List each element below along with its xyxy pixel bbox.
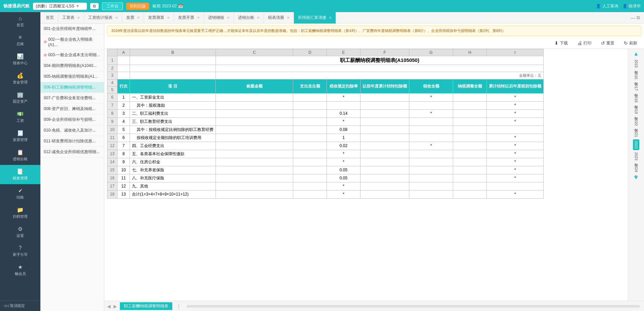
sidebar-item-home[interactable]: ⌂ 首页 — [0, 12, 40, 31]
year-2016[interactable]: 2016年 — [633, 70, 639, 80]
tab-close-purchase-check[interactable]: ✕ — [227, 16, 230, 20]
sidebar-item-salary[interactable]: 💵 工资 — [0, 107, 40, 127]
support-btn[interactable]: 👤 人工客询 — [596, 3, 618, 9]
year-2023[interactable]: 2023年 — [633, 151, 639, 162]
workbench-btn[interactable]: 工作台 — [102, 2, 123, 10]
tab-close-tax-clear[interactable]: ✕ — [287, 16, 290, 20]
tab-close-purchase-ledger[interactable]: ✕ — [257, 16, 260, 20]
sidebar-item-tax[interactable]: 📑 税务管理 — [0, 165, 40, 184]
sidebar-item-asset[interactable]: 💰 资金管理 — [0, 69, 40, 88]
tab-tax-annual[interactable]: 所得税汇算清缴 ✕ — [294, 12, 336, 24]
col-h: H — [453, 49, 487, 56]
sidebar-item-close[interactable]: ✔ 结账 — [0, 184, 40, 203]
table-row-4: 4 行次 项 目 账载金额 支出发生额 税收规定扣除率 以前年度累计结转扣除额 … — [107, 79, 587, 86]
cancel-fixed-btn[interactable]: ◁◁ 取消固定 — [0, 301, 40, 311]
tab-minimize-icon[interactable]: — — [631, 15, 635, 21]
tab-salary[interactable]: 工资表 ✕ — [58, 12, 84, 24]
tab-close-invoice-calc[interactable]: ✕ — [167, 16, 170, 20]
col-g: G — [409, 49, 453, 56]
calendar-icon[interactable]: 📅 — [178, 4, 183, 8]
col-header-5: 税收全额 — [409, 79, 453, 93]
app-logo: 畅捷通易代账 — [3, 3, 30, 9]
list-item-008[interactable]: 008-资产折旧、摊销及纳税... — [40, 104, 104, 114]
tab-close-salary[interactable]: ✕ — [77, 16, 80, 20]
sheet-next-btn[interactable]: ▶ — [113, 304, 117, 309]
year-2022[interactable]: 2022年 — [633, 139, 639, 150]
col-header-4: 以前年度累计结转扣除额 — [361, 79, 409, 93]
list-item-002[interactable]: ⊘ 002-一般企业收入明细表(A1... — [40, 34, 104, 50]
list-item-012[interactable]: 012-减免企业所得税优惠明细... — [40, 147, 104, 158]
sidebar-item-report[interactable]: 📊 报表中心 — [0, 50, 40, 69]
list-panel: 001-企业所得税年度纳税申... ⊘ 002-一般企业收入明细表(A1... … — [40, 24, 104, 311]
tab-close-salary-report[interactable]: ✕ — [115, 16, 118, 20]
tab-home[interactable]: 首页 — [42, 12, 58, 24]
tab-invoice-open[interactable]: 发票开票 ✕ — [174, 12, 204, 24]
sidebar-item-ledger[interactable]: ≡ 总账 — [0, 31, 40, 50]
sidebar-item-fixed[interactable]: 🏢 固定资产 — [0, 88, 40, 107]
table-row-3: 3 金额单位：元 — [107, 72, 587, 79]
tab-close-tax-annual[interactable]: ✕ — [329, 16, 332, 20]
tab-maximize-icon[interactable]: ⧉ — [637, 15, 640, 21]
tab-close-invoice[interactable]: ✕ — [137, 16, 140, 20]
year-scroll-up[interactable]: ▲ — [633, 50, 640, 58]
sheet-tab[interactable]: 职工薪酬纳税调整明细表 — [120, 302, 172, 310]
list-item-009[interactable]: 009-企业所得税弥补亏损明... — [40, 114, 104, 125]
sidebar-label-settings: 设置 — [16, 233, 24, 238]
settings-icon: ⚙ — [18, 226, 23, 232]
year-scroll-down[interactable]: ▼ — [633, 174, 640, 181]
year-2021[interactable]: 2021年 — [633, 128, 639, 138]
tab-purchase-ledger[interactable]: 进销台账 ✕ — [234, 12, 264, 24]
year-2019[interactable]: 2019年 — [633, 104, 639, 115]
tab-invoice-calc[interactable]: 发票测算 ✕ — [144, 12, 174, 24]
print-btn[interactable]: 🖨 打印 — [575, 39, 594, 47]
col-c: C — [216, 49, 293, 56]
sheet-options-btn[interactable]: ⋮ — [176, 304, 181, 309]
copy-btn[interactable]: ⧉ — [90, 3, 99, 9]
list-item-005[interactable]: 005-纳税调整项目明细表(A1... — [40, 71, 104, 82]
company-selector[interactable]: (勿删）江西般宝-LSS ▼ — [33, 3, 87, 10]
sidebar-label-archive: 归档管理 — [13, 214, 28, 219]
tab-invoice[interactable]: 发票 ✕ — [122, 12, 144, 24]
sidebar-item-settings[interactable]: ⚙ 设置 — [0, 222, 40, 242]
sidebar-label-newbie: 新手引导 — [13, 252, 28, 257]
horizontal-scrollbar[interactable] — [187, 305, 640, 308]
list-item-004[interactable]: 004-期间费用明细表(A1040... — [40, 61, 104, 71]
purchase-icon: 📋 — [17, 149, 24, 156]
sidebar-item-archive[interactable]: 📁 归档管理 — [0, 203, 40, 222]
tab-salary-report[interactable]: 工资统计报表 ✕ — [84, 12, 122, 24]
list-item-003[interactable]: ⊘ 003-一般企业成本支出明细... — [40, 50, 104, 61]
year-2018[interactable]: 2018年 — [633, 93, 639, 104]
download-btn[interactable]: ⬇ 下载 — [552, 39, 571, 47]
list-item-007[interactable]: 007-广告费和业务宣传费明... — [40, 93, 104, 104]
table-container[interactable]: A B C D E F G H I — [104, 49, 628, 301]
switch-btn[interactable]: 切到旧版 — [126, 3, 149, 10]
table-row-14: 14 9 六、住房公积金 * — [107, 158, 587, 166]
tab-purchase-check[interactable]: 进销稽核 ✕ — [204, 12, 234, 24]
tab-tax-clear[interactable]: 税表清册 ✕ — [264, 12, 294, 24]
year-2017[interactable]: 2017年 — [633, 81, 639, 92]
year-2024[interactable]: 2024年 — [633, 163, 639, 173]
year-2015[interactable]: 2015年 — [633, 58, 639, 69]
rn-5: 5 — [107, 86, 117, 93]
sidebar-item-vip[interactable]: ★ 畅会员 — [0, 261, 40, 280]
sidebar-item-invoice[interactable]: 🧾 发票管理 — [0, 127, 40, 146]
tab-close-invoice-open[interactable]: ✕ — [197, 16, 200, 20]
sidebar-label-report: 报表中心 — [13, 61, 28, 66]
refresh-btn[interactable]: ↻ 刷新 — [621, 39, 640, 47]
list-item-010[interactable]: 010-免税、减收收入及加计... — [40, 125, 104, 136]
rn-13: 13 — [107, 150, 117, 158]
list-item-011[interactable]: 011-研发费用加计扣除优惠... — [40, 136, 104, 147]
list-item-001[interactable]: 001-企业所得税年度纳税申... — [40, 24, 104, 34]
sidebar-item-purchase[interactable]: 📋 进销台账 — [0, 146, 40, 165]
col-header-2: 支出发生额 — [293, 79, 327, 93]
warning-text: 2019年度涉及取以前年度结转数据的申报表单元格需要手工维护正确，才能保证本年及… — [111, 29, 506, 33]
year-2020[interactable]: 2020年 — [633, 116, 639, 127]
sheet-prev-btn[interactable]: ◀ — [107, 304, 111, 309]
reset-btn[interactable]: ↺ 重置 — [598, 39, 617, 47]
sidebar-item-newbie[interactable]: ? 新手引导 — [0, 242, 40, 261]
top-bar-right: 👤 人工客询 👤 徐泽华 — [596, 3, 641, 9]
user-btn[interactable]: 👤 徐泽华 — [622, 3, 641, 9]
col-a: A — [117, 49, 130, 56]
list-item-006[interactable]: 006-职工薪酬纳税调整明细... — [40, 82, 104, 93]
spreadsheet-table: A B C D E F G H I — [107, 49, 587, 199]
